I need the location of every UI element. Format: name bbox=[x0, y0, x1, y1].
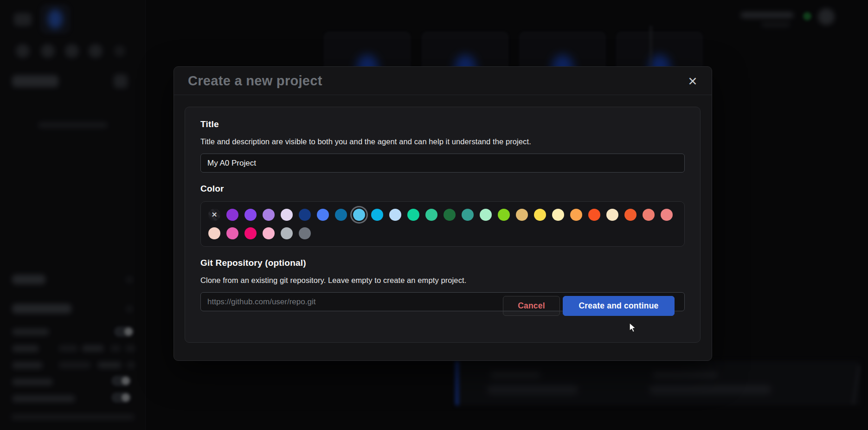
color-swatch-salmon[interactable] bbox=[643, 209, 655, 221]
color-swatch-light-pink[interactable] bbox=[263, 227, 275, 239]
color-swatch-picker: ✕ bbox=[200, 201, 685, 247]
color-swatch-lime[interactable] bbox=[498, 209, 510, 221]
color-swatch-cyan[interactable] bbox=[371, 209, 383, 221]
color-swatch-pale-blue[interactable] bbox=[389, 209, 401, 221]
modal-form-panel: Title Title and description are visible … bbox=[185, 107, 701, 343]
close-icon[interactable]: ✕ bbox=[685, 73, 701, 89]
color-swatch-violet[interactable] bbox=[244, 209, 257, 221]
app-root: Create a new project ✕ Title Title and d… bbox=[0, 0, 868, 430]
color-swatch-teal[interactable] bbox=[462, 209, 474, 221]
color-swatch-vermilion[interactable] bbox=[588, 209, 600, 221]
color-swatch-hot-pink[interactable] bbox=[244, 227, 257, 239]
color-swatch-none[interactable]: ✕ bbox=[208, 209, 220, 221]
color-swatch-mint[interactable] bbox=[480, 209, 492, 221]
title-label: Title bbox=[200, 119, 685, 129]
color-swatch-tan[interactable] bbox=[516, 209, 528, 221]
color-swatch-purple[interactable] bbox=[226, 209, 238, 221]
modal-title: Create a new project bbox=[188, 73, 322, 89]
color-swatch-slate-gray[interactable] bbox=[299, 227, 311, 239]
color-swatch-lavender[interactable] bbox=[263, 209, 275, 221]
color-swatch-blue[interactable] bbox=[317, 209, 329, 221]
cancel-button[interactable]: Cancel bbox=[503, 296, 560, 316]
color-swatch-red-orange[interactable] bbox=[624, 209, 637, 221]
color-swatch-light-gray[interactable] bbox=[281, 227, 293, 239]
color-swatch-pale-lavender[interactable] bbox=[281, 209, 293, 221]
title-description: Title and description are visible to bot… bbox=[200, 137, 685, 146]
color-swatch-pale-yellow[interactable] bbox=[552, 209, 564, 221]
color-swatch-cream[interactable] bbox=[606, 209, 618, 221]
color-swatch-ocean[interactable] bbox=[335, 209, 347, 221]
git-repo-description: Clone from an existing git repository. L… bbox=[200, 276, 685, 285]
color-swatch-sea-green[interactable] bbox=[425, 209, 437, 221]
color-swatch-spring-green[interactable] bbox=[407, 209, 419, 221]
create-project-modal: Create a new project ✕ Title Title and d… bbox=[174, 66, 712, 361]
color-swatch-orchid[interactable] bbox=[226, 227, 238, 239]
color-swatch-forest-green[interactable] bbox=[444, 209, 456, 221]
create-and-continue-button[interactable]: Create and continue bbox=[563, 296, 675, 316]
color-swatch-yellow[interactable] bbox=[534, 209, 546, 221]
modal-header: Create a new project ✕ bbox=[174, 67, 712, 95]
color-swatch-sky[interactable] bbox=[353, 209, 365, 221]
color-label: Color bbox=[200, 184, 685, 194]
color-swatch-orange[interactable] bbox=[570, 209, 582, 221]
git-repo-label: Git Repository (optional) bbox=[200, 258, 685, 268]
modal-footer: Cancel Create and continue bbox=[503, 296, 675, 316]
color-swatch-coral-pink[interactable] bbox=[661, 209, 673, 221]
project-title-input[interactable] bbox=[200, 154, 685, 173]
color-swatch-pale-peach[interactable] bbox=[208, 227, 220, 239]
color-swatch-navy[interactable] bbox=[299, 209, 311, 221]
